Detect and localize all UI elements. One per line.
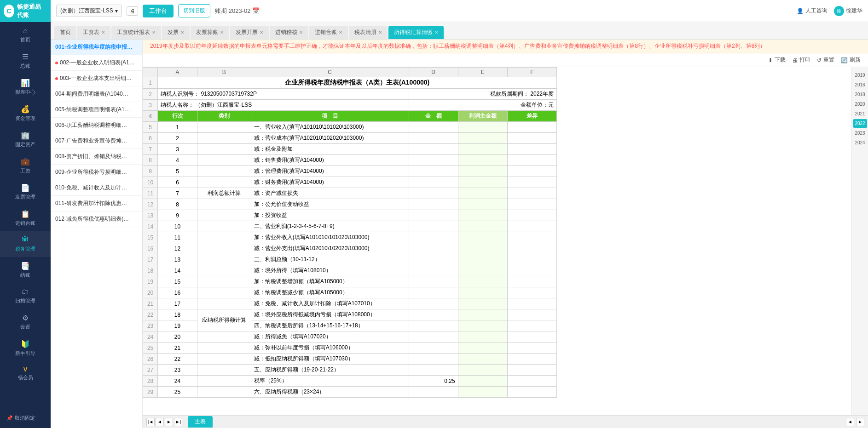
sidebar-item-report-center[interactable]: 📊 报表中心 — [0, 74, 51, 100]
sidebar-item-fund-management[interactable]: 💰 资金管理 — [0, 100, 51, 126]
sidebar-item-archive[interactable]: 🗂 归档管理 — [0, 283, 51, 309]
tab-close-icon[interactable]: ✕ — [299, 30, 303, 35]
left-panel-item-007[interactable]: 007-广告费和业务宣传费摊… — [51, 133, 142, 149]
timeline-item-2024[interactable]: 2024 — [853, 138, 867, 147]
sidebar-item-settings[interactable]: ⚙ 设置 — [0, 309, 51, 335]
timeline-item-2018[interactable]: 2018 — [853, 90, 867, 99]
col-e[interactable] — [458, 122, 507, 133]
col-f[interactable] — [507, 354, 556, 365]
col-e[interactable] — [458, 309, 507, 320]
col-d[interactable] — [409, 177, 458, 188]
spreadsheet-container[interactable]: A B C D E F 1 企业所 — [143, 67, 851, 415]
col-f[interactable] — [507, 320, 556, 331]
col-f[interactable] — [507, 232, 556, 243]
col-d[interactable] — [409, 342, 458, 354]
reset-button[interactable]: ↺ 重置 — [817, 56, 834, 64]
col-e[interactable] — [458, 177, 507, 188]
col-f[interactable] — [507, 122, 556, 133]
col-e[interactable] — [458, 199, 507, 210]
col-e[interactable] — [458, 155, 507, 166]
sidebar-item-settlement[interactable]: 📑 结账 — [0, 257, 51, 283]
col-f[interactable] — [507, 166, 556, 177]
col-e[interactable] — [458, 342, 507, 354]
col-e[interactable] — [458, 221, 507, 232]
col-d[interactable] — [409, 155, 458, 166]
col-d[interactable] — [409, 265, 458, 276]
left-panel-item-003[interactable]: 003-一般企业成本支出明细… — [51, 71, 142, 86]
col-e[interactable] — [458, 298, 507, 309]
tab-payroll[interactable]: 工资表 ✕ — [77, 26, 110, 39]
sidebar-item-payroll[interactable]: 💼 工资 — [0, 153, 51, 179]
left-panel-item-008[interactable]: 008-资产折旧、摊销及纳税… — [51, 149, 142, 165]
tab-tax-clearance[interactable]: 税表清册 ✕ — [349, 26, 388, 39]
col-f[interactable] — [507, 376, 556, 387]
col-d[interactable] — [409, 122, 458, 133]
left-panel-item-004[interactable]: 004-期间费用明细表(A1040… — [51, 86, 142, 102]
col-f[interactable] — [507, 155, 556, 166]
sidebar-item-invoice[interactable]: 📄 发票管理 — [0, 179, 51, 205]
tab-invoice-open[interactable]: 发票开票 ✕ — [230, 26, 269, 39]
left-panel-item-005[interactable]: 005-纳税调整项目明细表(A1… — [51, 102, 142, 118]
scroll-left[interactable]: ◄ — [846, 418, 854, 426]
tab-close-icon[interactable]: ✕ — [378, 30, 382, 35]
col-f[interactable] — [507, 276, 556, 287]
col-d[interactable] — [409, 166, 458, 177]
col-f[interactable] — [507, 243, 556, 254]
tab-invoice[interactable]: 发票 ✕ — [162, 26, 190, 39]
left-panel-item-011[interactable]: 011-研发费用加计扣除优惠… — [51, 196, 142, 211]
col-d[interactable] — [409, 144, 458, 155]
left-panel-item-006[interactable]: 006-职工薪酬纳税调整明细… — [51, 118, 142, 133]
timeline-item-2021[interactable]: 2021 — [853, 109, 867, 118]
col-d[interactable] — [409, 199, 458, 210]
col-f[interactable] — [507, 177, 556, 188]
sidebar-item-tax-management[interactable]: 🏛 税务管理 — [0, 231, 51, 257]
col-e[interactable] — [458, 287, 507, 298]
col-d[interactable] — [409, 133, 458, 144]
col-d[interactable] — [409, 210, 458, 221]
tab-sales-ledger[interactable]: 进销台账 ✕ — [309, 26, 348, 39]
tab-close-icon[interactable]: ✕ — [434, 30, 438, 35]
timeline-item-2023[interactable]: 2023 — [853, 129, 867, 137]
col-d[interactable] — [409, 221, 458, 232]
sheet-nav-next[interactable]: ► — [165, 418, 173, 426]
col-d[interactable] — [409, 188, 458, 199]
col-e[interactable] — [458, 188, 507, 199]
left-panel-item-001[interactable]: 001-企业所得税年度纳税申报… — [51, 40, 142, 55]
tab-close-icon[interactable]: ✕ — [101, 30, 105, 35]
refresh-button[interactable]: 🔄 刷新 — [841, 56, 861, 64]
col-f[interactable] — [507, 331, 556, 342]
col-d[interactable] — [409, 331, 458, 342]
col-d[interactable] — [409, 309, 458, 320]
scroll-right[interactable]: ► — [856, 418, 864, 426]
old-version-button[interactable]: 切到旧版 — [178, 4, 210, 17]
col-d[interactable] — [409, 387, 458, 398]
col-f[interactable] — [507, 133, 556, 144]
col-e[interactable] — [458, 133, 507, 144]
tab-income-tax[interactable]: 所得税汇算清缴 ✕ — [388, 26, 444, 39]
col-e[interactable] — [458, 376, 507, 387]
col-e[interactable] — [458, 265, 507, 276]
pin-button[interactable]: 📌 取消固定 — [5, 413, 46, 423]
col-f[interactable] — [507, 210, 556, 221]
timeline-item-2016[interactable]: 2016 — [853, 80, 867, 89]
col-f[interactable] — [507, 199, 556, 210]
col-f[interactable] — [507, 254, 556, 265]
col-f[interactable] — [507, 144, 556, 155]
col-d[interactable]: 0.25 — [409, 376, 458, 387]
col-f[interactable] — [507, 342, 556, 354]
ai-consult-button[interactable]: 👤 人工咨询 — [797, 7, 827, 15]
tab-payroll-stats[interactable]: 工资统计报表 ✕ — [111, 26, 161, 39]
tab-purchase-tax[interactable]: 进销稽核 ✕ — [270, 26, 308, 39]
print-button[interactable]: 🖨 打印 — [792, 56, 810, 64]
sheet-nav-last[interactable]: ►| — [174, 418, 182, 426]
col-f[interactable] — [507, 309, 556, 320]
sidebar-item-home[interactable]: ⌂ 首页 — [0, 22, 51, 48]
col-e[interactable] — [458, 354, 507, 365]
col-e[interactable] — [458, 276, 507, 287]
left-panel-item-012[interactable]: 012-减免所得税优惠明细表(… — [51, 211, 142, 227]
col-f[interactable] — [507, 265, 556, 276]
left-panel-item-009[interactable]: 009-企业所得税补亏损明细… — [51, 165, 142, 180]
col-d[interactable] — [409, 365, 458, 376]
timeline-item-2020[interactable]: 2020 — [853, 100, 867, 108]
company-selector[interactable]: (勿删）江西服宝-LSS ▾ — [56, 5, 122, 17]
